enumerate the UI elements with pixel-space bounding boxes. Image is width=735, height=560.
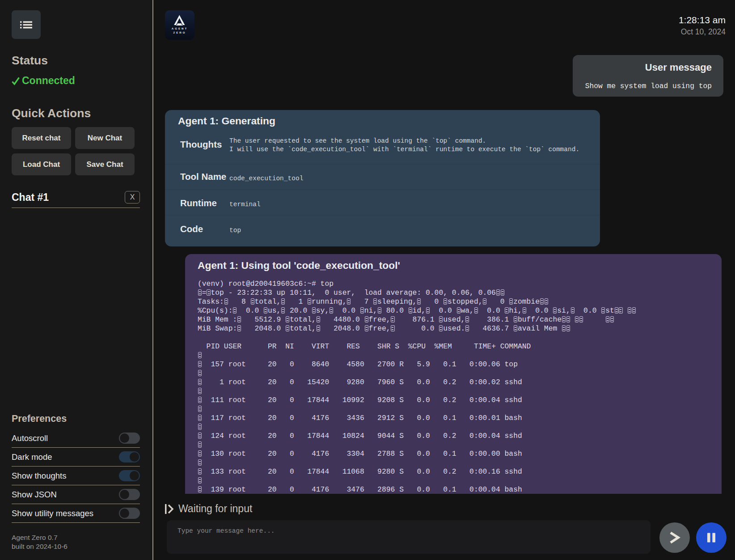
svg-text:AGENT: AGENT xyxy=(172,27,188,30)
svg-text:ZERO: ZERO xyxy=(173,31,186,34)
